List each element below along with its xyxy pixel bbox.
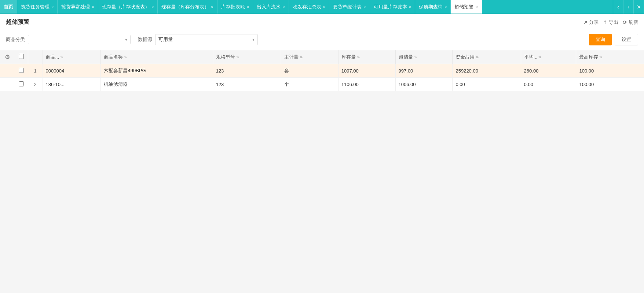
category-filter: 商品分类 ▾ — [6, 35, 131, 44]
row-avg-0: 260.00 — [521, 64, 576, 78]
share-button[interactable]: ↗ 分享 — [583, 19, 599, 26]
datasource-filter: 数据源 可用量 ▾ — [138, 34, 258, 45]
sort-icon-product-code: ⇅ — [60, 55, 63, 59]
datasource-select[interactable]: 可用量 ▾ — [155, 34, 258, 45]
th-gear: ⚙ — [0, 50, 15, 64]
refresh-button[interactable]: ⟳ 刷新 — [623, 19, 638, 26]
query-button[interactable]: 查询 — [589, 34, 612, 45]
row-avg-1: 0.00 — [521, 78, 576, 91]
row-product-code-0: 0000004 — [43, 64, 101, 78]
row-overstock-1: 1006.00 — [395, 78, 453, 91]
nav-tab-available-stock[interactable]: 可用量库存账本 × — [370, 0, 415, 14]
table-row[interactable]: 2 186-10... 机油滤清器 123 个 1106.00 1006.00 … — [0, 78, 644, 91]
nav-tab-receive-send[interactable]: 收发存汇总表 × — [289, 0, 329, 14]
share-icon: ↗ — [583, 19, 588, 25]
category-select[interactable]: ▾ — [28, 35, 131, 44]
sort-icon-spec: ⇅ — [236, 55, 239, 59]
close-tab-receive-send[interactable]: × — [323, 5, 325, 9]
nav-arrows: ‹ › ✕ — [613, 0, 644, 14]
table-row[interactable]: 1 0000004 六配套新昌490BPG 123 套 1097.00 997.… — [0, 64, 644, 78]
th-stock[interactable]: 库存量 ⇅ — [338, 50, 395, 64]
gear-icon[interactable]: ⚙ — [5, 54, 10, 60]
datasource-label: 数据源 — [138, 36, 152, 43]
th-max-stock[interactable]: 最高库存 ⇅ — [576, 50, 644, 64]
nav-tab-inventory-batch[interactable]: 库存批次账 × — [217, 0, 253, 14]
main-content: 超储预警 ↗ 分享 ↥ 导出 ⟳ 刷新 商品分类 ▾ 数据源 — [0, 14, 644, 91]
page-header: 超储预警 ↗ 分享 ↥ 导出 ⟳ 刷新 — [0, 14, 644, 29]
close-tab-inventory-batch[interactable]: × — [247, 5, 249, 9]
nav-prev-button[interactable]: ‹ — [613, 0, 623, 14]
row-checkbox-0[interactable] — [15, 64, 28, 78]
export-icon: ↥ — [603, 19, 607, 25]
filter-actions: 查询 设置 — [589, 34, 638, 45]
row-unit-0: 套 — [281, 64, 338, 78]
row-spec-0: 123 — [213, 64, 281, 78]
nav-tab-order-stats[interactable]: 要货单统计表 × — [329, 0, 370, 14]
close-tab-inventory-status[interactable]: × — [151, 5, 154, 9]
nav-tab-home[interactable]: 首页 — [0, 0, 17, 14]
table-body: 1 0000004 六配套新昌490BPG 123 套 1097.00 997.… — [0, 64, 644, 91]
data-table: ⚙ 商品... ⇅ 商品名称 — [0, 50, 644, 91]
sort-icon-product-name: ⇅ — [124, 55, 127, 59]
close-tab-overstock-warning[interactable]: × — [475, 5, 477, 9]
row-overstock-0: 997.00 — [395, 64, 453, 78]
row-num-0: 1 — [28, 64, 43, 78]
sort-icon-max-stock: ⇅ — [599, 55, 602, 59]
nav-tab-expiry-query[interactable]: 保质期查询 × — [415, 0, 451, 14]
nav-tab-roasting-exception[interactable]: 拣货异常处理 × — [58, 0, 98, 14]
row-checkbox-1[interactable] — [15, 78, 28, 91]
th-product-code[interactable]: 商品... ⇅ — [43, 50, 101, 64]
nav-close-button[interactable]: ✕ — [634, 0, 644, 14]
row-spec-1: 123 — [213, 78, 281, 91]
close-tab-available-stock[interactable]: × — [409, 5, 411, 9]
close-tab-roasting-task[interactable]: × — [51, 5, 54, 9]
export-button[interactable]: ↥ 导出 — [603, 19, 618, 26]
top-navigation: 首页 拣货任务管理 × 拣货异常处理 × 现存量（库存状况表） × 现存量（库存… — [0, 0, 644, 14]
category-label: 商品分类 — [6, 36, 25, 43]
filter-area: 商品分类 ▾ 数据源 可用量 ▾ 查询 设置 — [0, 29, 644, 50]
row-product-code-1: 186-10... — [43, 78, 101, 91]
nav-tab-overstock-warning[interactable]: 超储预警 × — [451, 0, 482, 14]
row-product-name-1: 机油滤清器 — [101, 78, 213, 91]
close-tab-inventory-dist[interactable]: × — [211, 5, 213, 9]
th-product-name[interactable]: 商品名称 ⇅ — [101, 50, 213, 64]
sort-icon-unit: ⇅ — [300, 55, 303, 59]
select-all-checkbox[interactable] — [19, 54, 24, 59]
row-select-checkbox-1[interactable] — [19, 81, 24, 86]
page-title: 超储预警 — [6, 18, 29, 26]
nav-tab-roasting-task[interactable]: 拣货任务管理 × — [17, 0, 58, 14]
th-overstock[interactable]: 超储量 ⇅ — [395, 50, 453, 64]
row-select-checkbox-0[interactable] — [19, 68, 24, 73]
datasource-dropdown-icon: ▾ — [252, 37, 255, 42]
category-dropdown-icon: ▾ — [125, 37, 127, 42]
row-stock-1: 1106.00 — [338, 78, 395, 91]
th-checkbox — [15, 50, 28, 64]
row-gear-1 — [0, 78, 15, 91]
nav-tab-inventory-dist[interactable]: 现存量（库存分布表） × — [158, 0, 217, 14]
nav-tab-inout-flow[interactable]: 出入库流水 × — [253, 0, 289, 14]
close-tab-expiry-query[interactable]: × — [444, 5, 447, 9]
row-max-stock-1: 100.00 — [576, 78, 644, 91]
row-capital-1: 0.00 — [453, 78, 521, 91]
sort-icon-overstock: ⇅ — [414, 55, 417, 59]
refresh-icon: ⟳ — [623, 19, 627, 25]
th-spec[interactable]: 规格型号 ⇅ — [213, 50, 281, 64]
close-tab-order-stats[interactable]: × — [363, 5, 366, 9]
close-tab-roasting-exception[interactable]: × — [92, 5, 94, 9]
table-container: ⚙ 商品... ⇅ 商品名称 — [0, 50, 644, 91]
sort-icon-capital: ⇅ — [476, 55, 479, 59]
nav-next-button[interactable]: › — [623, 0, 634, 14]
row-stock-0: 1097.00 — [338, 64, 395, 78]
th-capital[interactable]: 资金占用 ⇅ — [453, 50, 521, 64]
row-product-name-0: 六配套新昌490BPG — [101, 64, 213, 78]
sort-icon-stock: ⇅ — [357, 55, 360, 59]
nav-tab-inventory-status[interactable]: 现存量（库存状况表） × — [98, 0, 158, 14]
th-unit[interactable]: 主计量 ⇅ — [281, 50, 338, 64]
row-gear-0 — [0, 64, 15, 78]
close-tab-inout-flow[interactable]: × — [282, 5, 285, 9]
table-header-row: ⚙ 商品... ⇅ 商品名称 — [0, 50, 644, 64]
row-num-1: 2 — [28, 78, 43, 91]
datasource-select-value: 可用量 — [158, 36, 173, 43]
settings-button[interactable]: 设置 — [615, 34, 638, 45]
th-avg[interactable]: 平均... ⇅ — [521, 50, 576, 64]
